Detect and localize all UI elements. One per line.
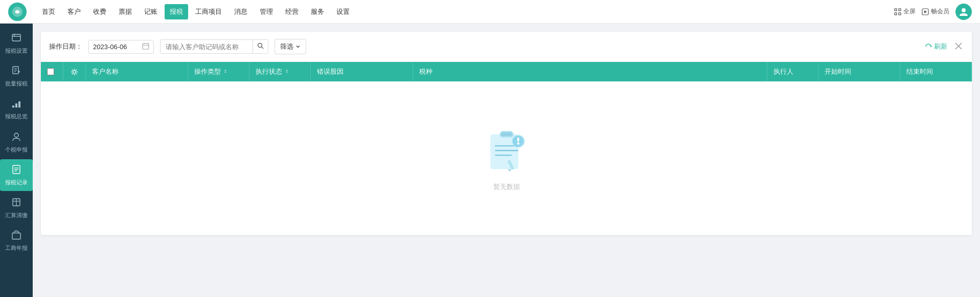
nav-service[interactable]: 服务 (306, 4, 329, 19)
refresh-icon (925, 43, 932, 50)
refresh-label: 刷新 (934, 42, 947, 51)
th-error-reason: 错误股因 (311, 62, 413, 81)
tax-summary-icon (11, 98, 21, 111)
svg-rect-16 (15, 103, 17, 108)
date-picker[interactable] (88, 40, 154, 54)
sidebar-item-batch-tax[interactable]: 批量报税 (0, 60, 33, 92)
svg-rect-38 (501, 133, 512, 136)
sidebar-item-tax-record[interactable]: 报税记录 (0, 159, 33, 191)
fullscreen-icon (894, 8, 901, 15)
svg-rect-27 (143, 44, 149, 49)
sidebar-item-annual-report[interactable]: 工商年报 (0, 225, 33, 257)
svg-rect-3 (895, 13, 897, 15)
svg-marker-6 (924, 10, 927, 13)
th-exec-status[interactable]: 执行状态 (249, 62, 311, 81)
empty-state: 暂无数据 (461, 104, 553, 212)
filter-label: 筛选 (280, 42, 293, 51)
sidebar-item-calculation[interactable]: 汇算清缴 (0, 192, 33, 224)
annual-report-icon (11, 230, 21, 243)
sidebar-batch-tax-label: 批量报税 (5, 80, 28, 87)
date-label: 操作日期： (49, 42, 82, 51)
personal-tax-icon (11, 132, 21, 144)
fullscreen-button[interactable]: 全屏 (894, 7, 916, 16)
svg-rect-8 (12, 34, 20, 41)
sidebar-annual-report-label: 工商年报 (5, 245, 28, 251)
gear-icon (71, 68, 78, 76)
tax-settings-icon (11, 33, 21, 46)
sidebar-item-tax-summary[interactable]: 报税总览 (0, 93, 33, 125)
table-scroll-area: 客户名称 操作类型 执行状态 (41, 62, 972, 235)
svg-point-45 (517, 142, 519, 145)
svg-line-32 (262, 47, 264, 49)
nav-charge[interactable]: 收费 (88, 4, 111, 19)
nav-message[interactable]: 消息 (229, 4, 253, 19)
sidebar-tax-summary-label: 报税总览 (5, 113, 28, 120)
chevron-down-icon (295, 43, 301, 51)
nav-finance[interactable]: 经营 (280, 4, 304, 19)
fullscreen-label: 全屏 (903, 7, 916, 16)
nav-business[interactable]: 工商项目 (190, 4, 227, 19)
nav-menu: 首页 客户 收费 票据 记账 报税 工商项目 消息 管理 经营 服务 设置 (37, 4, 894, 19)
calendar-icon (142, 43, 149, 51)
sort-icon-status (284, 69, 289, 75)
svg-point-7 (962, 8, 966, 12)
search-button[interactable] (253, 40, 268, 53)
select-all-checkbox[interactable] (47, 68, 54, 75)
close-icon (954, 42, 963, 50)
left-sidebar: 报税设置 批量报税 报税总览 (0, 24, 33, 297)
vip-button[interactable]: 畅会员 (922, 7, 949, 16)
svg-rect-26 (12, 233, 20, 239)
th-checkbox (41, 62, 63, 81)
th-executor: 执行人 (767, 62, 818, 81)
th-tax-type: 税种 (413, 62, 767, 81)
svg-marker-47 (508, 169, 511, 172)
batch-tax-icon (11, 66, 21, 78)
sidebar-item-tax-settings[interactable]: 报税设置 (0, 28, 33, 59)
nav-customer[interactable]: 客户 (62, 4, 86, 19)
nav-home[interactable]: 首页 (37, 4, 60, 19)
top-navigation: 首页 客户 收费 票据 记账 报税 工商项目 消息 管理 经营 服务 设置 全屏 (0, 0, 980, 24)
sidebar-calculation-label: 汇算清缴 (5, 212, 28, 219)
th-start-time: 开始时间 (818, 62, 900, 81)
toolbar: 操作日期： (41, 32, 972, 62)
search-wrapper (160, 39, 268, 54)
app-logo[interactable] (8, 3, 27, 21)
th-end-time: 结束时间 (900, 62, 972, 81)
th-operation-type[interactable]: 操作类型 (188, 62, 249, 81)
th-gear[interactable] (63, 62, 86, 81)
sidebar-tax-settings-label: 报税设置 (5, 48, 28, 54)
empty-text: 暂无数据 (493, 182, 520, 192)
sidebar-tax-record-label: 报税记录 (5, 179, 28, 186)
svg-point-35 (73, 70, 76, 73)
nav-tax[interactable]: 报税 (165, 4, 188, 19)
sidebar-item-personal-tax[interactable]: 个税申报 (0, 126, 33, 158)
tax-record-icon (11, 164, 21, 177)
vip-label: 畅会员 (931, 7, 949, 16)
date-input[interactable] (93, 43, 139, 51)
user-avatar[interactable] (955, 4, 972, 20)
play-icon (922, 8, 929, 15)
svg-rect-17 (18, 101, 20, 108)
sort-icon-operation (223, 69, 228, 75)
table-container: 操作日期： (41, 32, 972, 235)
table-header: 客户名称 操作类型 执行状态 (41, 62, 972, 81)
nav-settings[interactable]: 设置 (331, 4, 355, 19)
search-icon (257, 43, 264, 49)
sidebar-personal-tax-label: 个税申报 (5, 146, 28, 153)
svg-rect-44 (517, 138, 519, 142)
top-right-actions: 全屏 畅会员 (894, 4, 972, 20)
nav-account[interactable]: 记账 (139, 4, 163, 19)
empty-illustration (481, 125, 532, 176)
svg-point-31 (258, 44, 262, 48)
th-customer-name: 客户名称 (86, 62, 188, 81)
refresh-button[interactable]: 刷新 (925, 42, 947, 51)
nav-manage[interactable]: 管理 (255, 4, 278, 19)
user-icon (959, 7, 969, 17)
filter-button[interactable]: 筛选 (275, 39, 306, 54)
nav-invoice[interactable]: 票据 (113, 4, 137, 19)
svg-rect-1 (895, 9, 897, 11)
close-button[interactable] (953, 41, 964, 53)
search-input[interactable] (161, 40, 253, 53)
svg-rect-4 (899, 13, 901, 15)
calculation-icon (11, 197, 21, 210)
